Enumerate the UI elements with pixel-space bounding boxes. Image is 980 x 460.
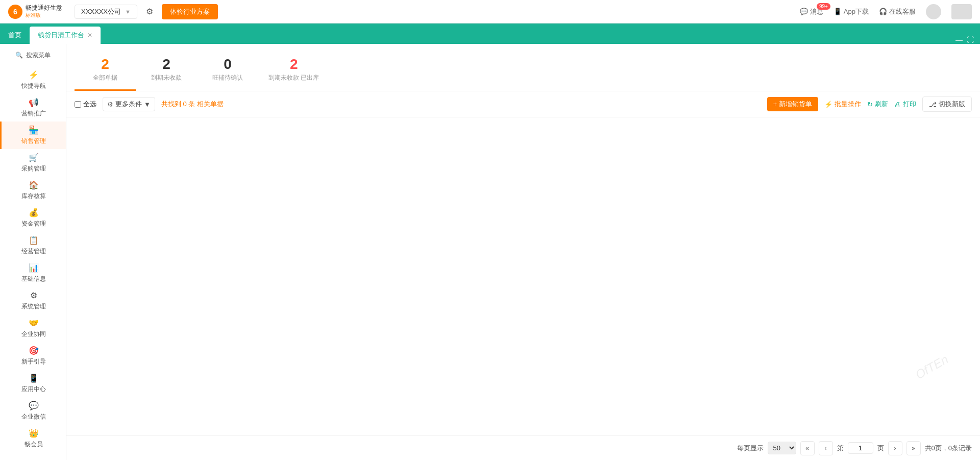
- sidebar-label-sales: 销售管理: [21, 137, 46, 146]
- stat-tab-wangpu[interactable]: 0 旺辅待确认: [197, 52, 258, 91]
- sidebar-label-enterprise-collab: 企业协同: [21, 330, 46, 338]
- sidebar-label-system: 系统管理: [21, 302, 46, 311]
- member-icon: 👑: [29, 428, 39, 438]
- logo-icon: 6: [8, 5, 22, 19]
- switch-version-icon: ⎇: [929, 101, 937, 108]
- page-input[interactable]: [848, 442, 873, 454]
- company-name: XXXXXX公司: [81, 7, 121, 16]
- page-label: 第: [837, 444, 844, 453]
- company-selector[interactable]: XXXXXX公司 ▼: [75, 5, 137, 19]
- found-prefix: 共找到: [161, 100, 181, 108]
- toolbar: 全选 ⚙ 更多条件 ▼ 共找到 0 条 相关单据 + 新增销货单 ⚡: [66, 91, 980, 117]
- tab-bar-actions: — ⛶: [955, 36, 980, 44]
- sidebar-label-enterprise-wechat: 企业微信: [21, 413, 46, 421]
- sidebar-label-app-center: 应用中心: [21, 385, 46, 394]
- stat-count-overdue-warehouse: 2: [268, 57, 319, 71]
- app-name: 畅捷通好生意: [26, 4, 62, 12]
- last-page-btn[interactable]: »: [906, 441, 921, 455]
- sidebar-label-quick-nav: 快捷导航: [21, 82, 46, 90]
- select-all-label: 全选: [83, 100, 96, 109]
- sidebar-item-beginner-guide[interactable]: 🎯 新手引导: [0, 342, 66, 370]
- watermark: OfTEn: [913, 352, 950, 382]
- beginner-guide-icon: 🎯: [29, 346, 39, 355]
- first-page-btn[interactable]: «: [800, 441, 815, 455]
- switch-version-btn[interactable]: ⎇ 切换新版: [922, 96, 972, 112]
- inventory-icon: 🏠: [29, 180, 39, 190]
- message-badge: 99+: [817, 3, 830, 10]
- user-name[interactable]: [951, 4, 972, 19]
- new-sales-btn[interactable]: + 新增销货单: [767, 97, 818, 111]
- enterprise-wechat-icon: 💬: [29, 401, 39, 410]
- per-page-select[interactable]: 50 20 100: [768, 442, 796, 454]
- filter-label: 更多条件: [115, 100, 142, 109]
- print-label: 打印: [903, 100, 916, 109]
- batch-ops-btn[interactable]: ⚡ 批量操作: [824, 98, 861, 111]
- stat-label-overdue: 到期未收款: [146, 74, 187, 82]
- active-tab-label: 钱货日清工作台: [38, 31, 84, 40]
- stat-tab-overdue-warehouse[interactable]: 2 到期未收款 已出库: [258, 52, 329, 91]
- stats-tabs: 2 全部单据 2 到期未收款 0 旺辅待确认 2 到期未收款 已出库: [66, 44, 980, 91]
- sidebar-label-beginner-guide: 新手引导: [21, 357, 46, 366]
- sidebar-label-marketing: 营销推广: [21, 109, 46, 118]
- app-center-icon: 📱: [29, 373, 39, 383]
- refresh-icon: ↻: [867, 101, 873, 108]
- stat-count-wangpu: 0: [207, 57, 248, 71]
- toolbar-right: + 新增销货单 ⚡ 批量操作 ↻ 刷新 🖨 打印 ⎇ 切换新版: [767, 96, 972, 112]
- filter-btn[interactable]: ⚙ 更多条件 ▼: [103, 97, 155, 111]
- app-download-label: App下载: [844, 7, 869, 16]
- sidebar-item-finance[interactable]: 💰 资金管理: [0, 204, 66, 232]
- app-download-item[interactable]: 📱 App下载: [834, 7, 869, 16]
- sidebar-label-operations: 经营管理: [21, 247, 46, 256]
- found-suffix: 相关单据: [197, 100, 224, 108]
- stat-label-overdue-warehouse: 到期未收款 已出库: [268, 74, 319, 82]
- online-service-item[interactable]: 🎧 在线客服: [879, 7, 916, 16]
- sidebar-search[interactable]: 🔍 搜索菜单: [0, 44, 66, 66]
- tab-active[interactable]: 钱货日清工作台 ✕: [30, 27, 101, 44]
- stat-tab-overdue[interactable]: 2 到期未收款: [136, 52, 197, 91]
- refresh-btn[interactable]: ↻ 刷新: [867, 98, 888, 111]
- stat-tab-all[interactable]: 2 全部单据: [75, 52, 136, 91]
- settings-icon[interactable]: ⚙: [141, 4, 158, 20]
- experience-btn[interactable]: 体验行业方案: [162, 4, 218, 19]
- sidebar-item-operations[interactable]: 📋 经营管理: [0, 232, 66, 259]
- sidebar-item-inventory[interactable]: 🏠 库存核算: [0, 177, 66, 204]
- sidebar-item-quick-nav[interactable]: ⚡ 快捷导航: [0, 66, 66, 94]
- sidebar-item-purchase[interactable]: 🛒 采购管理: [0, 149, 66, 177]
- select-all-input[interactable]: [75, 101, 81, 108]
- switch-version-label: 切换新版: [939, 100, 965, 109]
- found-count: 0: [183, 100, 187, 108]
- header-right: 💬 消息 99+ 📱 App下载 🎧 在线客服: [800, 4, 972, 19]
- search-label: 搜索菜单: [26, 51, 51, 60]
- tab-home[interactable]: 首页: [0, 27, 30, 44]
- next-page-btn[interactable]: ›: [888, 441, 902, 455]
- sidebar-item-sales[interactable]: 🏪 销售管理: [0, 122, 66, 149]
- tab-minimize-icon[interactable]: —: [955, 36, 963, 44]
- select-all-checkbox[interactable]: 全选: [75, 100, 96, 109]
- pagination: 每页显示 50 20 100 « ‹ 第 页 › » 共0页，0条记录: [66, 435, 980, 460]
- tab-bar: 首页 钱货日清工作台 ✕ — ⛶: [0, 23, 980, 44]
- tab-maximize-icon[interactable]: ⛶: [967, 36, 974, 44]
- sidebar-item-marketing[interactable]: 📢 营销推广: [0, 94, 66, 122]
- table-area: OfTEn: [66, 117, 980, 435]
- sidebar-item-basic-info[interactable]: 📊 基础信息: [0, 259, 66, 287]
- sidebar-label-member: 畅会员: [24, 440, 43, 449]
- sidebar-item-app-center[interactable]: 📱 应用中心: [0, 370, 66, 397]
- tab-close-icon[interactable]: ✕: [87, 32, 92, 39]
- refresh-label: 刷新: [875, 100, 888, 109]
- prev-page-btn[interactable]: ‹: [819, 441, 833, 455]
- app-download-icon: 📱: [834, 8, 842, 15]
- found-unit: 条: [188, 100, 195, 108]
- sidebar-item-system[interactable]: ⚙ 系统管理: [0, 287, 66, 314]
- toolbar-left: 全选 ⚙ 更多条件 ▼ 共找到 0 条 相关单据: [75, 97, 224, 111]
- sidebar-item-member[interactable]: 👑 畅会员: [0, 425, 66, 452]
- sidebar-item-enterprise-wechat[interactable]: 💬 企业微信: [0, 397, 66, 425]
- sidebar-item-enterprise-collab[interactable]: 🤝 企业协同: [0, 314, 66, 342]
- avatar[interactable]: [926, 4, 941, 19]
- system-icon: ⚙: [30, 290, 37, 300]
- filter-icon: ⚙: [107, 101, 113, 108]
- per-page-label: 每页显示: [737, 444, 764, 453]
- batch-ops-label: 批量操作: [835, 100, 861, 109]
- message-item[interactable]: 💬 消息 99+: [800, 7, 823, 16]
- print-btn[interactable]: 🖨 打印: [894, 98, 916, 111]
- home-tab-label: 首页: [8, 31, 21, 40]
